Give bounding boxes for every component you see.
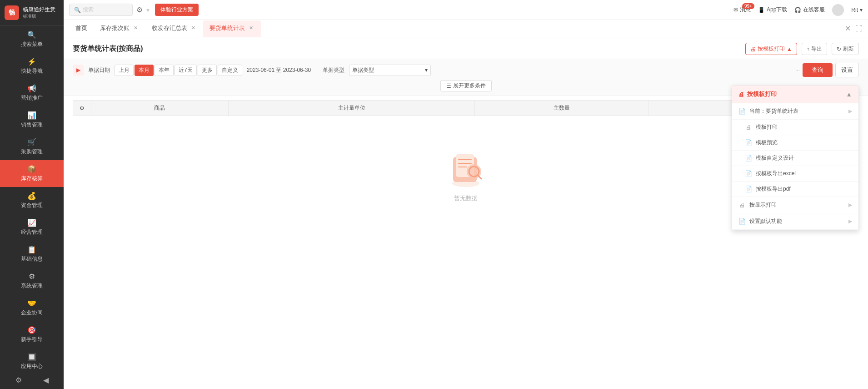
messages-btn[interactable]: ✉ 消息 99+ [733,6,751,14]
set-default-chevron: ▶ [848,218,852,224]
date-btn-custom[interactable]: 自定义 [218,65,242,76]
user-avatar[interactable] [832,4,844,16]
refresh-button[interactable]: ↻ 刷新 [832,43,859,55]
topbar-search[interactable]: 🔍 搜索 [69,4,133,16]
page-actions: 🖨 按模板打印 ▲ ↑ 导出 ↻ 刷新 [745,43,859,55]
operation-icon: 📈 [27,218,36,227]
tab-close-inventory-batch[interactable]: ✕ [132,25,139,31]
dropdown-item-display-print[interactable]: 🖨 按显示打印 ▶ [732,197,858,213]
tab-inventory-batch[interactable]: 库存批次账 ✕ [94,20,145,37]
sidebar-item-system[interactable]: ⚙ 系统管理 [0,268,64,294]
username-display[interactable]: Rit ▾ [851,7,863,13]
sidebar-item-guide[interactable]: 🎯 新手引导 [0,321,64,348]
dropdown-item-export-excel[interactable]: 📄 按模板导出excel [732,166,858,182]
dropdown-item-set-default[interactable]: 📄 设置默认功能 ▶ [732,213,858,230]
marketing-icon: 📢 [27,84,36,93]
date-btn-7days[interactable]: 近7天 [175,65,197,76]
sidebar-item-marketing[interactable]: 📢 营销推广 [0,80,64,106]
tab-close-receipt-summary[interactable]: ✕ [190,25,197,31]
date-btn-group: 上月 本月 本年 近7天 更多 自定义 [115,65,242,76]
sidebar-item-apps[interactable]: 🔲 应用中心 [0,348,64,371]
page-title: 要货单统计表(按商品) [73,44,143,54]
sidebar-item-finance[interactable]: 💰 资金管理 [0,187,64,214]
dropdown-item-export-pdf[interactable]: 📄 按模板导出pdf [732,182,858,197]
chevron-up-icon[interactable]: ▲ [846,91,852,98]
app-download-btn[interactable]: 📱 App下载 [758,6,787,14]
sidebar-item-operation[interactable]: 📈 经营管理 [0,214,64,241]
tab-receipt-summary[interactable]: 收发存汇总表 ✕ [145,20,203,37]
mobile-icon: 📱 [758,7,765,13]
topbar: 🔍 搜索 ⚙ ▾ 体验行业方案 ✉ 消息 99+ 📱 App下载 🎧 在线客服 [64,0,868,20]
date-btn-this-year[interactable]: 本年 [155,65,174,76]
dropdown-header: 🖨 按模板打印 ▲ [732,86,858,103]
export-button[interactable]: ↑ 导出 [802,43,827,55]
dropdown-item-template-print[interactable]: 🖨 模板打印 [732,120,858,135]
online-service-btn[interactable]: 🎧 在线客服 [794,6,825,14]
date-range-display: 2023-06-01 至 2023-06-30 [247,66,311,74]
col-unit: 主计量单位 [228,101,475,116]
dropdown-item-template-preview[interactable]: 📄 模板预览 [732,135,858,151]
order-type-select[interactable]: 单据类型 ▾ [349,65,431,76]
topbar-gear-icon[interactable]: ⚙ [136,5,143,14]
setting-button[interactable]: 设置 [835,63,859,77]
query-button[interactable]: 查询 [803,63,833,77]
tab-close-order-stats[interactable]: ✕ [248,25,254,31]
tabs-bar: 首页 库存批次账 ✕ 收发存汇总表 ✕ 要货单统计表 ✕ ✕ ⛶ [64,20,868,37]
col-settings[interactable]: ⚙ [73,101,91,116]
collapse-btn[interactable]: ◀ [43,376,49,384]
app-logo: 畅 畅康通好生意 标准版 [0,0,64,26]
filter-expand-button[interactable]: ▶ [73,65,84,76]
print-dropdown-arrow: ▲ [787,46,792,52]
tab-home[interactable]: 首页 [69,20,94,37]
dropdown-item-current-left: 📄 当前：要货单统计表 [738,107,798,115]
sidebar-item-inventory[interactable]: 📦 库存核算 [0,160,64,187]
finance-icon: 💰 [27,192,36,200]
page-content: 要货单统计表(按商品) 🖨 按模板打印 ▲ ↑ 导出 ↻ 刷新 [64,37,868,389]
dropdown-arrow-icon[interactable]: ▾ [146,6,150,14]
purchase-icon: 🛒 [27,138,36,147]
export-pdf-icon: 📄 [745,186,752,192]
current-indicator-icon: 📄 [738,108,746,115]
sidebar-item-sales[interactable]: 📊 销售管理 [0,106,64,133]
tab-expand-icon[interactable]: ⛶ [855,25,863,33]
sidebar-item-shortcut[interactable]: ⚡ 快捷导航 [0,53,64,80]
empty-text: 暂无数据 [454,194,478,202]
date-filter-label: 单据日期 [88,66,110,74]
inventory-icon: 📦 [27,165,36,173]
more-options-icon[interactable]: ··· [795,67,800,73]
settings-bottom-btn[interactable]: ⚙ [15,376,22,384]
dropdown-title: 🖨 按模板打印 [738,90,777,98]
expand-more-btn[interactable]: ☰ 展开更多条件 [440,80,492,91]
tab-close-all-icon[interactable]: ✕ [845,24,851,33]
dropdown-item-current[interactable]: 📄 当前：要货单统计表 ▶ [732,103,858,120]
template-custom-item-left: 📄 模板自定义设计 [745,154,794,162]
tabs-bar-right: ✕ ⛶ [845,24,863,33]
expand-icon: ☰ [446,83,451,89]
template-custom-icon: 📄 [745,155,752,162]
template-print-button[interactable]: 🖨 按模板打印 ▲ [745,43,797,55]
search-nav-icon: 🔍 [27,30,36,39]
sidebar-item-search[interactable]: 🔍 搜索菜单 [0,26,64,53]
guide-icon: 🎯 [27,326,36,334]
display-print-chevron: ▶ [848,202,852,208]
col-product: 商品 [91,101,229,116]
apps-icon: 🔲 [27,353,36,361]
printer-icon: 🖨 [750,46,756,52]
sidebar-item-purchase[interactable]: 🛒 采购管理 [0,133,64,160]
sidebar-nav: 🔍 搜索菜单 ⚡ 快捷导航 📢 营销推广 📊 销售管理 🛒 采购管理 📦 库存核… [0,26,64,371]
sidebar-item-corp[interactable]: 🤝 企业协同 [0,294,64,321]
date-btn-more[interactable]: 更多 [198,65,217,76]
sidebar-item-basic[interactable]: 📋 基础信息 [0,241,64,268]
date-btn-last-month[interactable]: 上月 [115,65,134,76]
display-print-item-left: 🖨 按显示打印 [738,201,777,209]
dropdown-item-template-custom[interactable]: 📄 模板自定义设计 [732,151,858,166]
sidebar: 畅 畅康通好生意 标准版 🔍 搜索菜单 ⚡ 快捷导航 📢 营销推广 📊 销售管理… [0,0,64,389]
sidebar-bottom: ⚙ ◀ [0,371,64,389]
trial-button[interactable]: 体验行业方案 [155,4,199,16]
system-icon: ⚙ [29,272,35,281]
basic-icon: 📋 [27,245,36,254]
display-print-icon: 🖨 [738,202,746,208]
date-btn-this-month[interactable]: 本月 [135,65,154,76]
tab-order-stats[interactable]: 要货单统计表 ✕ [203,20,261,37]
headset-icon: 🎧 [794,7,801,13]
